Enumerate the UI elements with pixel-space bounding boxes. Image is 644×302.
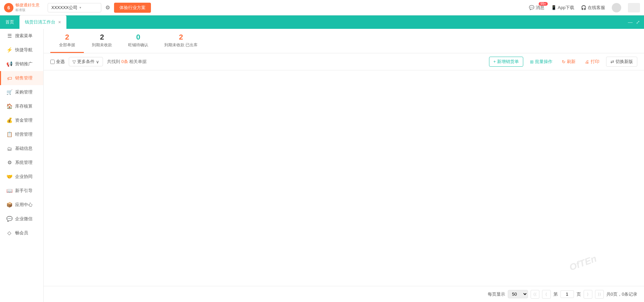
per-page-label: 每页显示 — [488, 291, 505, 297]
select-all-input[interactable] — [50, 60, 55, 64]
batch-op-btn[interactable]: ⊞ 批量操作 — [527, 57, 555, 66]
content-area: 2 全部单据 2 到期未收款 0 旺铺待确认 2 到期未收款 已出库 全选 — [44, 29, 644, 302]
prev-page-btn[interactable]: ⟨ — [542, 290, 551, 299]
next-page-btn[interactable]: ⟩ — [584, 290, 592, 299]
sidebar-item-sales[interactable]: 🏷 销售管理 — [0, 71, 43, 85]
page-label: 第 — [553, 291, 558, 297]
tab-close-icon[interactable]: ✕ — [58, 20, 61, 24]
appstore-icon: 📦 — [6, 202, 12, 208]
found-text: 共找到 0条 相关单据 — [107, 59, 147, 65]
switch-icon: ⇄ — [610, 59, 614, 64]
stat-tab-wangpu[interactable]: 0 旺铺待确认 — [120, 29, 156, 53]
sidebar-item-inventory[interactable]: 🏠 库存核算 — [0, 99, 43, 113]
sidebar-item-operations[interactable]: 📋 经营管理 — [0, 127, 43, 141]
tab-bar: 首页 钱货日清工作台 ✕ — ⤢ — [0, 15, 644, 29]
refresh-icon: ↻ — [562, 59, 566, 64]
stat-tab-overdue[interactable]: 2 到期未收款 — [84, 29, 120, 53]
sidebar-item-system[interactable]: ⚙ 系统管理 — [0, 156, 43, 170]
messages-badge: 99+ — [539, 2, 548, 6]
sidebar-item-collab[interactable]: 🤝 企业协同 — [0, 170, 43, 184]
basics-icon: 🗂 — [6, 146, 12, 152]
table-area — [44, 70, 644, 286]
stat-wangpu-number: 0 — [136, 33, 140, 42]
online-service-btn[interactable]: 🎧 在线客服 — [581, 5, 605, 11]
tab-maximize-icon[interactable]: ⤢ — [636, 19, 640, 25]
total-label: 共0页，0条记录 — [606, 291, 637, 297]
stat-tab-shipped[interactable]: 2 到期未收款 已出库 — [156, 29, 206, 53]
phone-icon: 📱 — [551, 5, 556, 10]
sidebar-item-finance[interactable]: 💰 资金管理 — [0, 113, 43, 127]
company-name: XXXXXX公司 — [51, 5, 77, 11]
toolbar-right: + 新增销货单 ⊞ 批量操作 ↻ 刷新 🖨 打印 ⇄ 切换新版 — [489, 57, 637, 67]
stats-tabs: 2 全部单据 2 到期未收款 0 旺铺待确认 2 到期未收款 已出库 — [44, 29, 644, 53]
sales-icon: 🏷 — [6, 75, 12, 81]
collab-icon: 🤝 — [6, 174, 12, 180]
pagination-bar: 每页显示 50 100 200 ⟨⟨ ⟨ 第 页 ⟩ ⟩⟩ 共0页，0条记录 — [44, 286, 644, 302]
tab-bar-right: — ⤢ — [628, 15, 644, 29]
search-menu-icon: ☰ — [6, 33, 12, 39]
sidebar-item-wxwork[interactable]: 💬 企业微信 — [0, 212, 43, 226]
tab-minimize-icon[interactable]: — — [628, 19, 633, 25]
sidebar-item-search[interactable]: ☰ 搜索菜单 — [0, 29, 43, 43]
batch-icon: ⊞ — [530, 59, 534, 64]
headset-icon: 🎧 — [581, 5, 586, 10]
main-layout: ☰ 搜索菜单 ⚡ 快捷导航 📢 营销推广 🏷 销售管理 🛒 采购管理 🏠 库存核… — [0, 29, 644, 302]
nav-icon: ⚡ — [6, 47, 12, 53]
system-icon: ⚙ — [6, 160, 12, 166]
stat-wangpu-label: 旺铺待确认 — [128, 42, 148, 48]
last-page-btn[interactable]: ⟩⟩ — [595, 290, 604, 299]
switch-version-btn[interactable]: ⇄ 切换新版 — [606, 57, 637, 67]
sidebar-item-nav[interactable]: ⚡ 快捷导航 — [0, 43, 43, 57]
app-download-btn[interactable]: 📱 App下载 — [551, 5, 574, 11]
per-page-select[interactable]: 50 100 200 — [508, 290, 528, 298]
inventory-icon: 🏠 — [6, 103, 12, 109]
avatar[interactable] — [612, 3, 621, 12]
refresh-btn[interactable]: ↻ 刷新 — [559, 57, 578, 66]
marketing-icon: 📢 — [6, 61, 12, 67]
toolbar: 全选 ▽ 更多条件 ∨ 共找到 0条 相关单据 + 新增销货单 ⊞ 批量操作 ↻ — [44, 53, 644, 70]
filter-btn[interactable]: ▽ 更多条件 ∨ — [69, 57, 103, 66]
company-selector[interactable]: XXXXXX公司 ▾ — [48, 3, 101, 12]
logo-text: 畅捷通好生意 标准版 — [15, 3, 40, 13]
operations-icon: 📋 — [6, 131, 12, 137]
filter-icon: ▽ — [72, 59, 76, 64]
select-all-checkbox[interactable]: 全选 — [50, 59, 65, 65]
member-icon: ◇ — [6, 230, 12, 236]
tab-workbench[interactable]: 钱货日清工作台 ✕ — [19, 15, 66, 29]
sidebar-item-basics[interactable]: 🗂 基础信息 — [0, 141, 43, 156]
message-icon: 💬 — [529, 5, 534, 10]
stat-all-label: 全部单据 — [59, 42, 75, 48]
found-count: 0条 — [121, 59, 128, 64]
wxwork-icon: 💬 — [6, 216, 12, 222]
page-input[interactable] — [560, 290, 574, 298]
top-header: 6 畅捷通好生意 标准版 XXXXXX公司 ▾ ⚙ 体验行业方案 💬 消息 99… — [0, 0, 644, 15]
sidebar-item-marketing[interactable]: 📢 营销推广 — [0, 57, 43, 71]
stat-shipped-number: 2 — [179, 33, 183, 42]
finance-icon: 💰 — [6, 117, 12, 123]
user-info[interactable] — [628, 3, 640, 12]
messages-btn[interactable]: 💬 消息 99+ — [529, 5, 544, 11]
filter-chevron-icon: ∨ — [96, 59, 99, 64]
new-sale-btn[interactable]: + 新增销货单 — [489, 57, 523, 67]
logo-area: 6 畅捷通好生意 标准版 — [4, 3, 48, 13]
stat-overdue-label: 到期未收款 — [92, 42, 112, 48]
trial-btn[interactable]: 体验行业方案 — [114, 3, 151, 13]
first-page-btn[interactable]: ⟨⟨ — [531, 290, 539, 299]
page-suffix: 页 — [577, 291, 581, 297]
stat-overdue-number: 2 — [100, 33, 104, 42]
sidebar-item-guide[interactable]: 📖 新手引导 — [0, 184, 43, 198]
header-right: 💬 消息 99+ 📱 App下载 🎧 在线客服 — [529, 3, 640, 12]
purchase-icon: 🛒 — [6, 89, 12, 95]
tab-home[interactable]: 首页 — [0, 15, 19, 29]
settings-icon[interactable]: ⚙ — [105, 4, 110, 11]
sidebar-item-appstore[interactable]: 📦 应用中心 — [0, 198, 43, 212]
stat-all-number: 2 — [65, 33, 69, 42]
sidebar: ☰ 搜索菜单 ⚡ 快捷导航 📢 营销推广 🏷 销售管理 🛒 采购管理 🏠 库存核… — [0, 29, 44, 302]
print-btn[interactable]: 🖨 打印 — [582, 57, 602, 66]
chevron-down-icon: ▾ — [79, 6, 81, 9]
sidebar-item-member[interactable]: ◇ 畅会员 — [0, 226, 43, 240]
sidebar-item-purchase[interactable]: 🛒 采购管理 — [0, 85, 43, 99]
guide-icon: 📖 — [6, 188, 12, 194]
stat-tab-all[interactable]: 2 全部单据 — [50, 29, 84, 53]
stat-shipped-label: 到期未收款 已出库 — [164, 42, 198, 48]
